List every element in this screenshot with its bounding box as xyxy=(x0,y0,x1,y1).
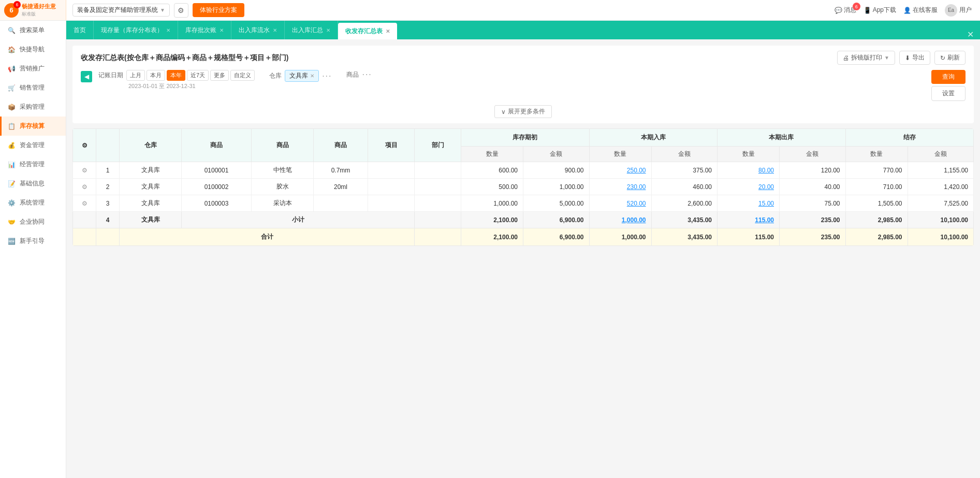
footer-init-qty: 2,100.00 xyxy=(461,228,523,246)
home-icon: 🏠 xyxy=(8,46,16,53)
row-in-qty[interactable]: 250.00 xyxy=(589,162,651,179)
tab-home[interactable]: 首页 xyxy=(66,21,94,39)
tab-summary[interactable]: 出入库汇总 ✕ xyxy=(285,21,338,39)
footer-label: 合计 xyxy=(120,228,415,246)
settings-button[interactable]: ⚙ xyxy=(174,3,188,18)
date-btn-this-month[interactable]: 本月 xyxy=(147,70,165,81)
tabs-close-all[interactable]: ✕ xyxy=(961,30,980,39)
warehouse-tag[interactable]: 文具库 ✕ xyxy=(285,70,319,82)
expand-conditions-button[interactable]: ∨ 展开更多条件 xyxy=(494,105,552,118)
row-in-amt: 375.00 xyxy=(651,162,718,179)
trial-button[interactable]: 体验行业方案 xyxy=(193,3,244,17)
app-download-button[interactable]: 📱 App下载 xyxy=(864,6,896,15)
system-icon: ⚙️ xyxy=(8,199,16,207)
tabs-bar: 首页 现存量（库存分布表） ✕ 库存批次账 ✕ 出入库流水 ✕ 出入库汇总 ✕ … xyxy=(66,21,980,39)
sidebar-item-finance[interactable]: 💰 资金管理 xyxy=(0,136,66,155)
date-btn-last-month[interactable]: 上月 xyxy=(126,70,145,81)
row-in-qty[interactable]: 230.00 xyxy=(589,179,651,195)
user-button[interactable]: Ea 用户 xyxy=(945,4,972,17)
print-button[interactable]: 🖨 拆镜版打印 ▼ xyxy=(837,51,895,65)
refresh-button[interactable]: ↻ 刷新 xyxy=(934,51,966,65)
warehouse-tag-close[interactable]: ✕ xyxy=(310,73,314,79)
query-button[interactable]: 查询 xyxy=(931,70,966,84)
row-project xyxy=(368,179,415,195)
footer-init-amt: 6,900.00 xyxy=(523,228,590,246)
row-gear[interactable]: ⚙ xyxy=(73,179,96,195)
row-out-qty[interactable]: 15.00 xyxy=(718,195,780,212)
row-project xyxy=(368,162,415,179)
message-button[interactable]: 💬 消息 6 xyxy=(835,6,856,15)
row-out-qty[interactable]: 80.00 xyxy=(718,162,780,179)
subtotal-init-qty: 2,100.00 xyxy=(461,212,523,228)
row-bal-qty: 1,505.00 xyxy=(845,195,908,212)
row-out-qty[interactable]: 20.00 xyxy=(718,179,780,195)
sidebar-item-operation[interactable]: 📊 经营管理 xyxy=(0,155,66,174)
col-dept-header: 部门 xyxy=(415,129,461,162)
tab-close-batch[interactable]: ✕ xyxy=(220,27,224,33)
row-dept xyxy=(415,162,461,179)
sidebar-item-system[interactable]: ⚙️ 系统管理 xyxy=(0,193,66,212)
col-init-qty-header: 数量 xyxy=(461,147,523,162)
operation-icon: 📊 xyxy=(8,161,16,168)
collab-icon: 🤝 xyxy=(8,219,16,226)
sidebar-item-sales[interactable]: 🛒 销售管理 xyxy=(0,78,66,97)
sidebar-item-search[interactable]: 🔍 搜索菜单 xyxy=(0,21,66,40)
row-init-qty: 600.00 xyxy=(461,162,523,179)
goods-more-dots[interactable]: ··· xyxy=(362,70,372,79)
avatar: Ea xyxy=(945,4,957,17)
tab-stock-dist[interactable]: 现存量（库存分布表） ✕ xyxy=(94,21,178,39)
subtotal-label: 小计 xyxy=(182,212,415,228)
date-btn-this-year[interactable]: 本年 xyxy=(167,70,185,81)
row-init-amt: 5,000.00 xyxy=(523,195,590,212)
service-icon: 👤 xyxy=(903,7,911,14)
col-spec-header: 商品 xyxy=(314,129,368,162)
table-row: ⚙ 1 文具库 0100001 中性笔 0.7mm 600.00 900.00 … xyxy=(73,162,974,179)
date-btn-more[interactable]: 更多 xyxy=(210,70,229,81)
date-btn-custom[interactable]: 自定义 xyxy=(230,70,255,81)
tab-close-flow[interactable]: ✕ xyxy=(273,27,277,33)
export-button[interactable]: ⬇ 导出 xyxy=(899,51,930,65)
avatar-icon: Ea xyxy=(948,7,954,13)
row-out-amt: 75.00 xyxy=(780,195,846,212)
row-bal-qty: 710.00 xyxy=(845,179,908,195)
tab-close-stock[interactable]: ✕ xyxy=(166,27,170,33)
row-in-qty[interactable]: 520.00 xyxy=(589,195,651,212)
subtotal-out-qty[interactable]: 115.00 xyxy=(718,212,780,228)
online-service-button[interactable]: 👤 在线客服 xyxy=(903,6,938,15)
date-btn-7days[interactable]: 近7天 xyxy=(187,70,209,81)
content-area: 收发存汇总表(按仓库＋商品编码＋商品＋规格型号＋项目＋部门) 🖨 拆镜版打印 ▼… xyxy=(66,39,980,478)
sidebar-item-guide[interactable]: 🆕 新手引导 xyxy=(0,231,66,251)
settings-small-button[interactable]: 设置 xyxy=(931,86,966,101)
subtotal-in-qty[interactable]: 1,000.00 xyxy=(589,212,651,228)
row-gear[interactable]: ⚙ xyxy=(73,162,96,179)
tab-recv-send[interactable]: 收发存汇总表 ✕ xyxy=(338,23,397,39)
sidebar-item-marketing[interactable]: 📢 营销推广 xyxy=(0,59,66,78)
warehouse-more-dots[interactable]: ··· xyxy=(322,71,332,81)
tab-close-summary[interactable]: ✕ xyxy=(326,27,330,33)
subtotal-init-amt: 6,900.00 xyxy=(523,212,590,228)
sidebar-item-purchase[interactable]: 📦 采购管理 xyxy=(0,97,66,117)
goods-label: 商品 xyxy=(346,70,359,79)
tab-close-recv[interactable]: ✕ xyxy=(386,28,390,34)
inventory-icon: 📋 xyxy=(8,123,16,130)
table-row: ⚙ 2 文具库 0100002 胶水 20ml 500.00 1,000.00 … xyxy=(73,179,974,195)
subtotal-warehouse: 文具库 xyxy=(120,212,182,228)
row-spec: 20ml xyxy=(314,179,368,195)
tab-batch[interactable]: 库存批次账 ✕ xyxy=(178,21,231,39)
tab-flow[interactable]: 出入库流水 ✕ xyxy=(231,21,285,39)
sidebar-item-collab[interactable]: 🤝 企业协同 xyxy=(0,212,66,231)
row-num: 1 xyxy=(96,162,120,179)
row-project xyxy=(368,195,415,212)
finance-icon: 💰 xyxy=(8,142,16,149)
gear-icon[interactable]: ⚙ xyxy=(82,142,87,149)
sidebar-item-quicknav[interactable]: 🏠 快捷导航 xyxy=(0,40,66,59)
col-num-header xyxy=(96,129,120,162)
sidebar-item-inventory[interactable]: 📋 库存核算 xyxy=(0,117,66,136)
sidebar-item-basic[interactable]: 📝 基础信息 xyxy=(0,174,66,193)
purchase-icon: 📦 xyxy=(8,104,16,111)
row-out-amt: 40.00 xyxy=(780,179,846,195)
expand-icon: ∨ xyxy=(501,108,506,115)
filter-toggle-button[interactable]: ◀ xyxy=(81,71,92,82)
row-gear[interactable]: ⚙ xyxy=(73,195,96,212)
footer-out-qty: 115.00 xyxy=(718,228,780,246)
